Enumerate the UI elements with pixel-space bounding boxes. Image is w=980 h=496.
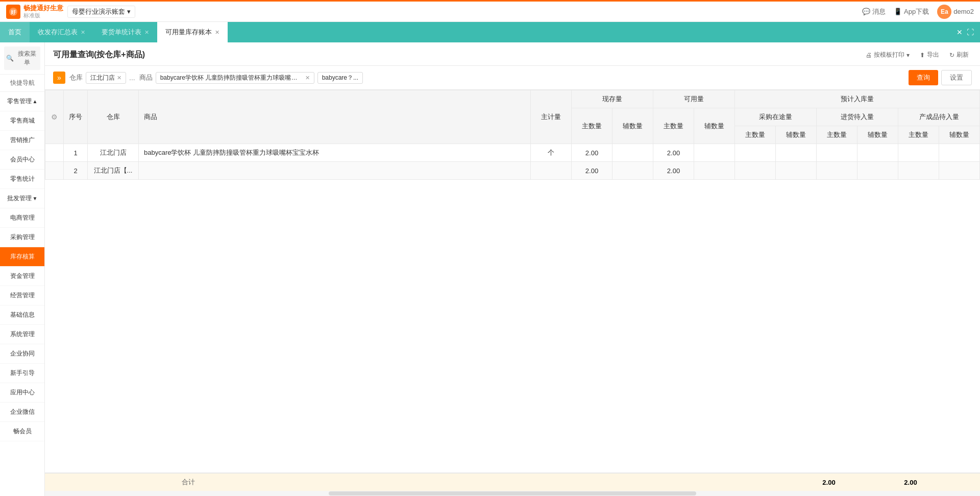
sidebar-search-area: 🔍 搜索菜单: [0, 42, 44, 75]
production-aux-qty-header: 辅数量: [939, 126, 980, 144]
warehouse-filter-group: 仓库 江北门店 ✕ ...: [69, 72, 135, 84]
sidebar-item-system[interactable]: 系统管理: [0, 325, 44, 344]
row-main-unit: 个: [531, 144, 572, 162]
purchase-transit-header: 采购在途量: [735, 108, 817, 126]
sidebar-item-vip-member-label: 畅会员: [13, 427, 32, 436]
product-header: 商品: [139, 90, 531, 144]
refresh-button[interactable]: ↻ 刷新: [946, 49, 972, 61]
current-main-qty-header: 主数量: [572, 108, 612, 144]
sidebar-item-retail-stats-label: 零售统计: [10, 175, 35, 183]
maximize-icon[interactable]: ⛶: [967, 28, 974, 36]
filter-bar: » 仓库 江北门店 ✕ ... 商品 babycare学饮杯 儿童防摔防撞吸管杯…: [45, 66, 980, 90]
minimize-icon[interactable]: ✕: [957, 28, 963, 36]
tab-requisition[interactable]: 要货单统计表 ✕: [93, 22, 157, 42]
sidebar: 🔍 搜索菜单 快捷导航 零售管理 ▲ 零售商城 营销推广 会员中心 零售统计 批…: [0, 42, 45, 496]
row-purchase-aux-qty: [776, 162, 817, 180]
available-header: 可用量: [653, 90, 735, 108]
export-icon: ⬆: [920, 52, 925, 59]
sidebar-item-retail-mgmt[interactable]: 零售管理 ▲: [0, 92, 44, 111]
settings-icon[interactable]: ⚙: [51, 113, 58, 121]
warehouse-tag-remove[interactable]: ✕: [117, 75, 121, 81]
message-action[interactable]: 💬 消息: [862, 7, 886, 16]
requisition-tab-close[interactable]: ✕: [144, 29, 149, 36]
tab-home[interactable]: 首页: [0, 22, 30, 42]
settings-header: ⚙: [45, 90, 64, 144]
message-label: 消息: [872, 7, 886, 16]
incoming-pending-header: 进货待入量: [817, 108, 898, 126]
product-filter-tag2[interactable]: babycare？...: [317, 72, 363, 84]
available-aux-qty-header: 辅数量: [694, 108, 735, 144]
search-menu-button[interactable]: 🔍 搜索菜单: [4, 46, 40, 70]
sidebar-item-vip-member[interactable]: 畅会员: [0, 422, 44, 441]
warehouse-filter-more[interactable]: ...: [129, 74, 135, 82]
sidebar-item-marketing[interactable]: 营销推广: [0, 131, 44, 150]
row-no: 2: [64, 162, 88, 180]
retail-mgmt-arrow-icon: ▲: [33, 99, 38, 104]
industry-selector[interactable]: 母婴行业演示账套 ▾: [67, 6, 135, 18]
row-available-main-qty: 2.00: [653, 162, 694, 180]
footer-label: 合计: [53, 478, 324, 487]
warehouse-filter-label: 仓库: [69, 73, 83, 82]
sidebar-item-ecommerce[interactable]: 电商管理: [0, 208, 44, 228]
tab-receipts[interactable]: 收发存汇总表 ✕: [30, 22, 93, 42]
logo-main-text: 畅捷通好生意: [23, 4, 63, 12]
app-download-label: App下载: [904, 7, 929, 16]
current-aux-qty-header: 辅数量: [612, 108, 653, 144]
sidebar-item-purchase[interactable]: 采购管理: [0, 228, 44, 247]
production-main-qty-header: 主数量: [898, 126, 939, 144]
sidebar-item-wholesale-mgmt[interactable]: 批发管理 ▼: [0, 189, 44, 208]
sidebar-item-retail-stats[interactable]: 零售统计: [0, 170, 44, 189]
sidebar-item-finance[interactable]: 资金管理: [0, 267, 44, 286]
top-bar-left: 好 畅捷通好生意 标准版 母婴行业演示账套 ▾: [6, 4, 135, 19]
setting-button[interactable]: 设置: [941, 70, 972, 85]
product-filter-tag1[interactable]: babycare学饮杯 儿童防摔防撞吸管杯重力球吸嘴杯宝宝水杯 ✕: [156, 72, 314, 84]
available-tab-close[interactable]: ✕: [215, 29, 219, 36]
sidebar-item-wholesale-mgmt-label: 批发管理: [7, 194, 32, 203]
filter-expand-button[interactable]: »: [53, 72, 65, 84]
product-filter-label: 商品: [139, 73, 153, 82]
production-pending-header: 产成品待入量: [898, 108, 980, 126]
print-template-button[interactable]: 🖨 按模板打印 ▾: [863, 49, 913, 61]
sidebar-item-enterprise-wechat[interactable]: 企业微信: [0, 403, 44, 422]
table-row: 1 江北门店 babycare学饮杯 儿童防摔防撞吸管杯重力球吸嘴杯宝宝水杯 个…: [45, 144, 980, 162]
home-tab-label: 首页: [8, 28, 21, 37]
row-current-main-qty: 2.00: [572, 144, 612, 162]
product-tag1-remove[interactable]: ✕: [305, 75, 310, 81]
row-available-aux-qty: [694, 144, 735, 162]
top-bar: 好 畅捷通好生意 标准版 母婴行业演示账套 ▾ 💬 消息 📱 App下载 Ea …: [0, 2, 980, 22]
sidebar-item-new-guide[interactable]: 新手引导: [0, 364, 44, 383]
incoming-aux-qty-header: 辅数量: [857, 126, 898, 144]
logo: 好 畅捷通好生意 标准版: [6, 4, 63, 19]
sidebar-item-inventory[interactable]: 库存核算: [0, 247, 44, 267]
warehouse-filter-tag[interactable]: 江北门店 ✕: [86, 72, 126, 84]
row-production-main-qty: [898, 162, 939, 180]
table-row: 2 江北门店【... 2.00 2.00: [45, 162, 980, 180]
quick-nav-button[interactable]: 快捷导航: [0, 75, 44, 92]
sidebar-item-retail-store[interactable]: 零售商城: [0, 111, 44, 131]
expand-icon: »: [57, 74, 61, 82]
row-incoming-main-qty: [817, 144, 857, 162]
sidebar-item-member[interactable]: 会员中心: [0, 150, 44, 170]
download-icon: 📱: [894, 8, 902, 15]
sidebar-item-enterprise-collab[interactable]: 企业协同: [0, 344, 44, 364]
sidebar-item-operations[interactable]: 经营管理: [0, 286, 44, 305]
sidebar-item-system-label: 系统管理: [10, 330, 35, 339]
refresh-label: 刷新: [957, 51, 969, 59]
print-template-label: 按模板打印: [874, 51, 904, 59]
row-production-aux-qty: [939, 144, 980, 162]
page-title: 可用量查询(按仓库+商品): [53, 50, 145, 60]
receipts-tab-close[interactable]: ✕: [81, 29, 85, 36]
available-main-qty-header: 主数量: [653, 108, 694, 144]
user-action[interactable]: Ea demo2: [937, 5, 974, 19]
product-tag2-text: babycare？...: [322, 74, 358, 82]
tab-available[interactable]: 可用量库存账本 ✕: [157, 22, 228, 42]
sidebar-item-app-center[interactable]: 应用中心: [0, 383, 44, 403]
app-download-action[interactable]: 📱 App下载: [894, 7, 929, 16]
product-filter-group: 商品 babycare学饮杯 儿童防摔防撞吸管杯重力球吸嘴杯宝宝水杯 ✕ bab…: [139, 72, 363, 84]
row-warehouse: 江北门店【...: [88, 162, 139, 180]
query-button[interactable]: 查询: [909, 70, 938, 85]
username-label: demo2: [953, 8, 974, 15]
sidebar-item-basic-info[interactable]: 基础信息: [0, 305, 44, 325]
incoming-main-qty-header: 主数量: [817, 126, 857, 144]
export-button[interactable]: ⬆ 导出: [917, 49, 942, 61]
